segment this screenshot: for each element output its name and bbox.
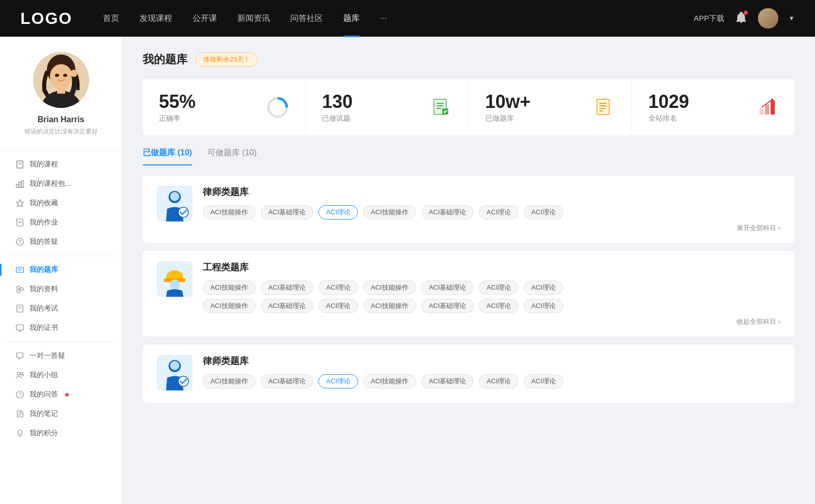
tag-3-5[interactable]: ACI基础理论 <box>421 374 474 388</box>
svg-text:?: ? <box>18 239 21 245</box>
nav-qa[interactable]: 问答社区 <box>290 13 323 24</box>
sidebar-item-my-favorites[interactable]: 我的收藏 <box>5 193 117 213</box>
questions-notification-dot <box>65 393 69 397</box>
nav-news[interactable]: 新闻资讯 <box>237 13 270 24</box>
tag-2-3[interactable]: ACI理论 <box>318 281 358 295</box>
svg-point-54 <box>170 192 179 201</box>
sidebar-item-my-notes[interactable]: 我的笔记 <box>5 404 117 424</box>
svg-rect-10 <box>16 184 18 187</box>
lawyer-icon-2 <box>157 355 193 390</box>
tag-2-2[interactable]: ACI基础理论 <box>261 281 314 295</box>
svg-point-38 <box>273 102 283 113</box>
svg-rect-11 <box>19 182 21 187</box>
sidebar-item-my-course[interactable]: 我的课程 <box>5 155 117 174</box>
svg-point-6 <box>70 70 77 77</box>
tag-3-1[interactable]: ACI技能操作 <box>203 374 256 388</box>
tag-2-1[interactable]: ACI技能操作 <box>203 281 256 295</box>
tag-2-8[interactable]: ACI技能操作 <box>203 299 256 313</box>
tab-done[interactable]: 已做题库 (10) <box>143 148 192 164</box>
svg-rect-3 <box>57 87 65 94</box>
tag-2-4[interactable]: ACI技能操作 <box>363 281 416 295</box>
sidebar-item-my-exam[interactable]: 我的考试 <box>5 299 117 318</box>
logo[interactable]: LOGO <box>20 9 72 28</box>
tag-3-2[interactable]: ACI基础理论 <box>261 374 314 388</box>
qbank-tags-engineer-row1: ACI技能操作 ACI基础理论 ACI理论 ACI技能操作 ACI基础理论 AC… <box>203 281 780 295</box>
tag-2-12[interactable]: ACI基础理论 <box>421 299 474 313</box>
svg-point-35 <box>18 430 22 434</box>
sidebar-divider-3 <box>5 342 117 342</box>
navbar: LOGO 首页 发现课程 公开课 新闻资讯 问答社区 题库 ··· APP下载 … <box>0 0 815 37</box>
app-download-link[interactable]: APP下载 <box>694 14 724 23</box>
notification-bell[interactable] <box>735 11 748 26</box>
nav-discover[interactable]: 发现课程 <box>140 13 172 24</box>
banks-doc-icon <box>593 96 615 119</box>
tag-1-2[interactable]: ACI基础理论 <box>261 205 314 219</box>
stats-row: 55% 正确率 130 已做试题 <box>143 79 795 135</box>
tab-todo[interactable]: 可做题库 (10) <box>207 148 257 164</box>
sidebar-item-1on1[interactable]: 一对一答疑 <box>5 346 117 366</box>
tag-3-3[interactable]: ACI理论 <box>318 374 358 388</box>
stat-banks-text: 10w+ 已做题库 <box>485 92 585 123</box>
sidebar-item-my-homework[interactable]: 我的作业 <box>5 213 117 232</box>
navbar-right: APP下载 ▼ <box>694 8 795 29</box>
user-dropdown-arrow[interactable]: ▼ <box>789 15 795 22</box>
tag-2-13[interactable]: ACI理论 <box>479 299 519 313</box>
tag-2-6[interactable]: ACI理论 <box>479 281 519 295</box>
qbank-content-engineer: 工程类题库 ACI技能操作 ACI基础理论 ACI理论 ACI技能操作 ACI基… <box>203 261 780 326</box>
sidebar-item-my-group[interactable]: 我的小组 <box>5 366 117 385</box>
tag-2-14[interactable]: ACI理论 <box>524 299 563 313</box>
stat-accuracy: 55% 正确率 <box>143 79 306 135</box>
tag-2-11[interactable]: ACI技能操作 <box>363 299 416 313</box>
qbank-content-lawyer-2: 律师类题库 ACI技能操作 ACI基础理论 ACI理论 ACI技能操作 ACI基… <box>203 355 780 393</box>
nav-home[interactable]: 首页 <box>103 13 119 24</box>
svg-point-61 <box>170 361 179 370</box>
sidebar-item-my-points-label: 我的积分 <box>30 429 58 438</box>
tag-3-4[interactable]: ACI技能操作 <box>363 374 416 388</box>
group-icon <box>15 371 24 380</box>
svg-point-4 <box>55 74 59 77</box>
expand-link-1[interactable]: 展开全部科目 › <box>203 223 780 233</box>
tag-1-5[interactable]: ACI基础理论 <box>421 205 474 219</box>
tag-3-7[interactable]: ACI理论 <box>524 374 563 388</box>
tag-3-6[interactable]: ACI理论 <box>479 374 519 388</box>
tag-2-7[interactable]: ACI理论 <box>524 281 563 295</box>
sidebar-item-my-data[interactable]: 我的资料 <box>5 279 117 299</box>
collapse-link-engineer[interactable]: 收起全部科目 › <box>203 317 780 326</box>
user-avatar[interactable] <box>758 8 778 29</box>
sidebar: Brian Harris 错误的决定比没有决定要好 我的课程 我的课程包... <box>0 37 122 504</box>
my-package-icon <box>15 179 24 188</box>
sidebar-item-my-package[interactable]: 我的课程包... <box>5 174 117 193</box>
sidebar-item-my-qa[interactable]: ? 我的答疑 <box>5 232 117 251</box>
nav-qbank[interactable]: 题库 <box>343 13 360 24</box>
tag-1-3[interactable]: ACI理论 <box>318 205 358 219</box>
tag-2-5[interactable]: ACI基础理论 <box>421 281 474 295</box>
sidebar-item-my-qbank[interactable]: 我的题库 <box>5 260 117 279</box>
nav-opencourse[interactable]: 公开课 <box>193 13 217 24</box>
sidebar-item-my-cert[interactable]: 我的证书 <box>5 318 117 338</box>
qbank-tags-lawyer-1: ACI技能操作 ACI基础理论 ACI理论 ACI技能操作 ACI基础理论 AC… <box>203 205 780 219</box>
tag-2-9[interactable]: ACI基础理论 <box>261 299 314 313</box>
svg-point-2 <box>50 64 72 89</box>
qbank-tags-engineer-row2: ACI技能操作 ACI基础理论 ACI理论 ACI技能操作 ACI基础理论 AC… <box>203 299 780 313</box>
svg-point-58 <box>170 279 180 290</box>
sidebar-item-my-points[interactable]: 我的积分 <box>5 424 117 443</box>
nav-more[interactable]: ··· <box>380 14 387 23</box>
stat-rank-text: 1029 全站排名 <box>648 92 748 123</box>
sidebar-avatar <box>33 52 89 108</box>
sidebar-item-my-data-label: 我的资料 <box>30 285 58 294</box>
tag-1-6[interactable]: ACI理论 <box>479 205 519 219</box>
svg-rect-51 <box>771 100 775 115</box>
homework-icon <box>15 218 24 227</box>
sidebar-item-my-questions[interactable]: ? 我的问答 <box>5 385 117 404</box>
sidebar-divider-2 <box>5 256 117 256</box>
tag-2-10[interactable]: ACI理论 <box>318 299 358 313</box>
tag-1-1[interactable]: ACI技能操作 <box>203 205 256 219</box>
qbank-card-lawyer-1: 律师类题库 ACI技能操作 ACI基础理论 ACI理论 ACI技能操作 ACI基… <box>143 176 795 243</box>
svg-point-5 <box>63 74 67 77</box>
rank-chart-icon <box>756 96 778 119</box>
tag-1-4[interactable]: ACI技能操作 <box>363 205 416 219</box>
svg-rect-17 <box>16 267 23 272</box>
tag-1-7[interactable]: ACI理论 <box>524 205 563 219</box>
qbank-title-engineer: 工程类题库 <box>203 261 780 273</box>
stat-rank: 1029 全站排名 <box>632 79 795 135</box>
